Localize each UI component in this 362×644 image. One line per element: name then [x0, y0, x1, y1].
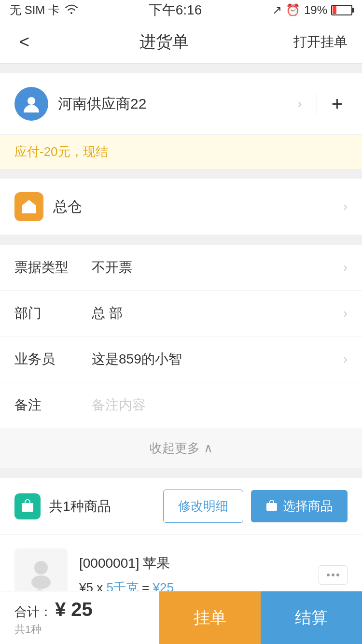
supplier-name: 河南供应商22: [58, 94, 297, 114]
invoice-chevron-icon: ›: [343, 260, 348, 275]
product-section-icon: [14, 493, 41, 519]
footer-total: 合计： ¥ 25 共1种: [0, 591, 159, 644]
invoice-label: 票据类型: [14, 258, 92, 277]
person-icon: [22, 94, 41, 113]
battery-percent: 19%: [304, 3, 327, 17]
add-button[interactable]: +: [327, 93, 348, 115]
supplier-card: 河南供应商22 › + 应付-20元，现结: [0, 73, 362, 169]
salesman-label: 业务员: [14, 350, 92, 368]
warehouse-card: 总仓 ›: [0, 179, 362, 235]
section-gap-3: [0, 235, 362, 245]
svg-rect-1: [27, 209, 31, 213]
invoice-row[interactable]: 票据类型 不开票 ›: [0, 245, 362, 291]
battery-icon: [331, 5, 352, 15]
modify-detail-button[interactable]: 修改明细: [163, 490, 243, 523]
status-left: 无 SIM 卡: [10, 2, 78, 18]
svg-point-7: [31, 575, 51, 589]
product-title: 苹果: [143, 556, 170, 571]
pending-button[interactable]: 挂单: [159, 591, 261, 644]
supplier-row[interactable]: 河南供应商22 › +: [0, 73, 362, 135]
carrier-text: 无 SIM 卡: [10, 2, 60, 18]
product-image-placeholder: 響+: [24, 558, 58, 592]
collapse-bar[interactable]: 收起更多 ∧: [0, 428, 362, 468]
remark-label: 备注: [14, 396, 92, 414]
chevron-up-icon: ∧: [204, 441, 213, 456]
supplier-notice: 应付-20元，现结: [0, 135, 362, 169]
more-dot-1: [327, 574, 330, 576]
total-text: 合计：: [14, 603, 52, 620]
department-value: 总 部: [92, 304, 343, 322]
open-pending-button[interactable]: 打开挂单: [293, 33, 348, 51]
select-product-button[interactable]: 选择商品: [251, 490, 348, 522]
invoice-value: 不开票: [92, 258, 343, 277]
warehouse-icon: [14, 192, 43, 221]
salesman-chevron-icon: ›: [343, 351, 348, 367]
status-bar: 无 SIM 卡 下午6:16 ↗ ⏰ 19%: [0, 0, 362, 20]
location-icon: ↗: [272, 3, 282, 17]
total-sub: 共1种: [14, 622, 145, 637]
department-row[interactable]: 部门 总 部 ›: [0, 291, 362, 336]
vertical-divider: [317, 92, 317, 116]
svg-rect-8: [40, 561, 42, 565]
back-button[interactable]: <: [14, 27, 34, 57]
warehouse-row[interactable]: 总仓 ›: [0, 179, 362, 235]
more-dot-3: [336, 574, 339, 576]
select-product-label: 选择商品: [283, 498, 333, 515]
more-dot-2: [332, 574, 334, 576]
status-time: 下午6:16: [149, 1, 202, 19]
warehouse-name: 总仓: [53, 197, 343, 217]
total-amount: ¥ 25: [55, 599, 93, 620]
product-id: [0000001]: [79, 556, 139, 571]
remark-row[interactable]: 备注 备注内容: [0, 382, 362, 428]
nav-bar: < 进货单 打开挂单: [0, 20, 362, 64]
status-right: ↗ ⏰ 19%: [272, 3, 352, 17]
warehouse-chevron-icon: ›: [343, 199, 348, 214]
footer: 合计： ¥ 25 共1种 挂单 结算: [0, 591, 362, 644]
department-chevron-icon: ›: [343, 306, 348, 321]
total-label: 合计： ¥ 25: [14, 599, 145, 620]
home-icon: [20, 198, 38, 215]
product-header: 共1种商品 修改明细 选择商品: [0, 478, 362, 535]
product-more-button[interactable]: [319, 565, 348, 585]
cart-icon: [20, 499, 35, 514]
section-gap-1: [0, 64, 362, 73]
supplier-chevron-icon: ›: [297, 96, 302, 112]
department-label: 部门: [14, 304, 92, 322]
product-info: [0000001] 苹果 ¥5 x 5千克 = ¥25: [79, 554, 319, 596]
svg-rect-2: [22, 503, 33, 512]
salesman-value: 这是859的小智: [92, 350, 343, 368]
page-title: 进货单: [139, 31, 189, 53]
svg-point-0: [28, 97, 35, 105]
salesman-row[interactable]: 业务员 这是859的小智 ›: [0, 336, 362, 382]
wifi-icon: [65, 3, 78, 17]
form-card: 票据类型 不开票 › 部门 总 部 › 业务员 这是859的小智 › 备注 备注…: [0, 245, 362, 428]
collapse-label: 收起更多: [150, 440, 200, 457]
section-gap-2: [0, 169, 362, 179]
remark-input[interactable]: 备注内容: [92, 396, 348, 414]
section-gap-4: [0, 468, 362, 478]
select-icon: [265, 500, 278, 513]
product-count: 共1种商品: [49, 497, 163, 516]
product-name: [0000001] 苹果: [79, 554, 319, 573]
alarm-icon: ⏰: [286, 3, 300, 17]
checkout-button[interactable]: 结算: [261, 591, 362, 644]
supplier-avatar: [14, 87, 48, 121]
